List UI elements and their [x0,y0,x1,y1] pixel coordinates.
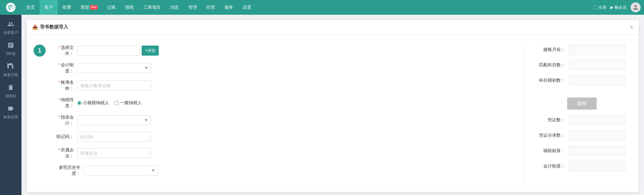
sidebar-item-migrate[interactable]: 账套迁移 [1,60,21,80]
dialog-body: 1 *选择文件： +浏览 *会计制度： [27,35,639,192]
file-text-input[interactable] [77,46,140,56]
sidebar-item-recycle[interactable]: 回收站 [1,81,21,101]
sidebar-label-recycle: 回收站 [5,93,16,99]
nav-items: 首页 客户 收费 票据 new 记账 报税 工商项目 消息 管理 经营 服务 设… [21,0,593,15]
import-icon: 📥 [32,24,38,30]
avatar[interactable] [631,2,641,12]
nav-item-manage[interactable]: 管理 [184,0,202,15]
aux-accounting-row: 辅助核算： [538,146,625,156]
nav-item-tax[interactable]: 报税 [120,0,139,15]
top-nav: 首页 客户 收费 票据 new 记账 报税 工商项目 消息 管理 经营 服务 设… [0,0,644,15]
sidebar: 全部客户 0申报 账套迁移 回收站 [0,15,21,195]
sidebar-item-tag-settings[interactable]: 标签设置 [1,103,21,122]
nav-item-bookkeeping[interactable]: 记账 [102,0,120,15]
accounting-system-label: *会计制度： [50,62,77,74]
create-account-button[interactable]: 建账 [567,97,597,110]
ref-year-select[interactable] [84,166,158,176]
accounting-system-row: *会计制度： [50,62,511,74]
accounting-sys-value [568,161,625,171]
aux-accounting-label: 辅助核算： [538,148,568,154]
company-label: *所属企业： [50,147,77,159]
tax-type-row: *纳税性质： 小规模纳税人 一般纳税人 [50,97,511,109]
month-label: 建账月份： [538,47,568,53]
accountant-row: *指派会计： [50,114,511,126]
zero-filing-icon [7,42,14,50]
step-badge: 1 [34,45,46,57]
dialog-header: 📥 导爷数据导入 × [27,20,639,35]
nav-item-service[interactable]: 服务 [220,0,238,15]
migrate-icon [7,63,14,71]
tax-general-radio[interactable]: 一般纳税人 [114,100,142,106]
nav-item-settings[interactable]: 设置 [238,0,256,15]
voucher-count-row: 凭证数： [538,115,625,125]
aux-accounting-value [568,146,625,156]
memo-code-row: 助记码： [50,132,511,142]
nav-item-home[interactable]: 首页 [21,0,40,15]
accounting-sys-row: 会计制度： [538,161,625,171]
ledger-name-row: *账簿名称： [50,79,511,91]
period-opening-label: 科目期初数： [538,77,568,83]
nav-item-customer[interactable]: 客户 [40,0,58,15]
ref-year-label: 参照历史年度： [50,165,84,177]
accountant-label: *指派会计： [50,114,77,126]
memo-code-input[interactable] [77,132,151,142]
accounting-system-select[interactable] [77,63,151,73]
dialog: 📥 导爷数据导入 × 1 *选择文件： +浏览 [27,20,639,192]
match-accounts-value [568,60,625,70]
memo-code-label: 助记码： [50,134,77,140]
company-input[interactable] [77,148,151,158]
fullscreen-icon: ⛶ [593,5,597,10]
nav-right: ⛶ 全屏 ▶ 畅会员 [593,2,641,12]
vip-button[interactable]: ▶ 畅会员 [610,5,627,10]
new-badge: new [90,5,98,10]
sidebar-label-migrate: 账套迁移 [3,72,18,77]
ledger-name-input[interactable] [77,80,151,90]
voucher-entries-label: 凭证分录数： [538,132,568,138]
right-section-top: 建账月份： 匹配科目数： 科目期初数： [538,45,625,91]
nav-item-business[interactable]: 工商项目 [139,0,165,15]
sidebar-label-tag-settings: 标签设置 [3,115,18,120]
logo-icon [6,3,15,12]
sidebar-label-all-customers: 全部客户 [3,30,18,35]
match-accounts-row: 匹配科目数： [538,60,625,70]
form-section: 1 *选择文件： +浏览 *会计制度： [40,45,511,182]
period-opening-row: 科目期初数： [538,75,625,85]
sidebar-label-zero-filing: 0申报 [6,51,15,56]
nav-item-invoice[interactable]: 票据 new [76,0,102,15]
period-opening-value [568,75,625,85]
accountant-select[interactable] [77,115,151,125]
match-accounts-label: 匹配科目数： [538,62,568,68]
right-section: 建账月份： 匹配科目数： 科目期初数： 建账 [525,45,625,182]
fullscreen-button[interactable]: ⛶ 全屏 [593,5,606,10]
play-icon: ▶ [610,5,613,10]
voucher-count-value [568,115,625,125]
voucher-entries-row: 凭证分录数： [538,130,625,140]
tag-settings-icon [7,105,14,114]
month-row: 建账月份： [538,45,625,55]
right-section-bottom-info: 凭证数： 凭证分录数： 辅助核算： 会计制度： [538,115,625,177]
ref-year-row: 参照历史年度： [50,165,511,177]
sidebar-item-zero-filing[interactable]: 0申报 [1,39,21,59]
ledger-name-label: *账簿名称： [50,79,77,91]
layout: 全部客户 0申报 账套迁移 回收站 [0,15,644,195]
nav-item-message[interactable]: 消息 [165,0,184,15]
recycle-icon [7,84,14,92]
close-button[interactable]: × [630,24,633,30]
browse-button[interactable]: +浏览 [142,46,159,56]
nav-item-operation[interactable]: 经营 [202,0,220,15]
nav-item-billing[interactable]: 收费 [58,0,76,15]
tax-type-label: *纳税性质： [50,97,77,109]
month-value [568,45,625,55]
all-customers-icon [7,21,14,29]
logo[interactable] [3,0,18,15]
tax-small-radio[interactable]: 小规模纳税人 [77,100,109,106]
file-input-group: +浏览 [77,46,151,56]
sidebar-item-all-customers[interactable]: 全部客户 [1,18,21,38]
file-row: *选择文件： +浏览 [50,45,511,57]
tax-radio-group: 小规模纳税人 一般纳税人 [77,100,142,106]
voucher-entries-value [568,130,625,140]
voucher-count-label: 凭证数： [538,117,568,123]
dialog-title: 📥 导爷数据导入 [32,24,68,30]
accounting-sys-label: 会计制度： [538,163,568,169]
company-row: *所属企业： [50,147,511,159]
